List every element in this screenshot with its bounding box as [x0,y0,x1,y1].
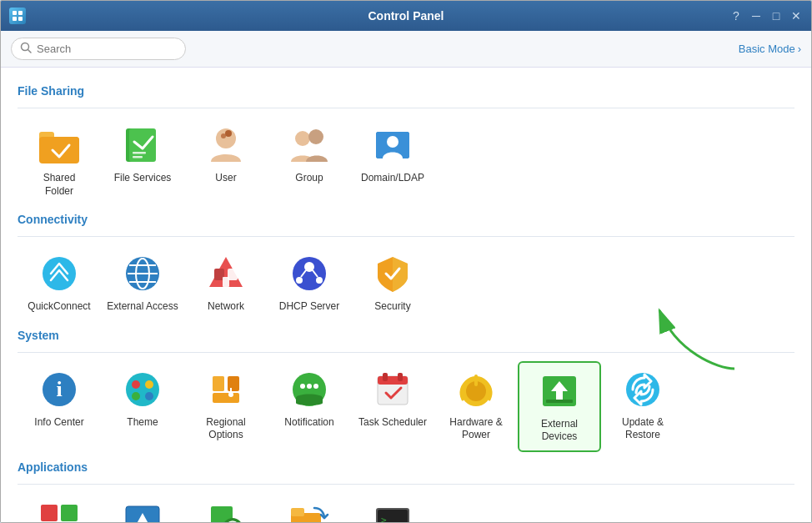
quickconnect-label: QuickConnect [28,300,90,314]
icon-regional-options[interactable]: RegionalOptions [184,361,268,452]
svg-rect-9 [39,137,79,162]
theme-label: Theme [127,416,158,430]
icon-group[interactable]: Group [268,117,351,204]
svg-rect-47 [228,376,239,391]
search-box[interactable] [11,38,186,60]
svg-point-40 [126,373,159,406]
svg-rect-12 [133,152,146,154]
file-sharing-grid: SharedFolder File Services [18,117,794,204]
app-icon [9,8,26,24]
icon-notification[interactable]: Notification [268,361,351,452]
control-panel-window: Control Panel ? ─ □ ✕ Basic Mode › F [0,0,812,523]
svg-point-22 [43,257,76,290]
icon-domain-ldap[interactable]: Domain/LDAP [351,117,434,204]
domain-ldap-label: Domain/LDAP [361,172,424,185]
svg-point-49 [228,392,233,397]
icon-security[interactable]: Security [351,245,434,320]
icon-application-portal[interactable]: ApplicationPortal [101,493,184,522]
svg-point-17 [295,131,310,146]
task-scheduler-icon-img [371,368,414,411]
file-services-icon-img [121,123,164,167]
titlebar: Control Panel ? ─ □ ✕ [1,1,811,31]
hardware-power-label: Hardware &Power [449,416,502,442]
svg-point-35 [316,277,323,284]
icon-shared-folder[interactable]: SharedFolder [18,117,101,204]
section-applications: Applications Privileges [18,460,794,522]
window-controls: ? ─ □ ✕ [729,9,803,23]
dhcp-server-icon-img [288,252,331,295]
icon-external-devices[interactable]: ExternalDevices [518,361,601,452]
task-scheduler-label: Task Scheduler [358,416,427,430]
icon-hardware-power[interactable]: Hardware &Power [434,361,518,452]
close-button[interactable]: ✕ [789,9,803,23]
section-connectivity: Connectivity QuickConnect [18,213,794,320]
svg-rect-13 [133,156,143,158]
basic-mode-label: Basic Mode [739,43,795,55]
search-input[interactable] [37,43,177,55]
svg-rect-1 [18,11,23,15]
shared-folder-label: SharedFolder [43,172,76,198]
icon-file-services[interactable]: File Services [101,117,184,204]
icon-theme[interactable]: Theme [101,361,184,452]
icon-quickconnect[interactable]: QuickConnect [18,245,101,320]
maximize-button[interactable]: □ [769,9,783,23]
external-devices-icon-img [538,370,581,413]
application-portal-icon-img [121,500,164,522]
network-label: Network [208,300,244,314]
file-services-label: File Services [114,172,172,185]
minimize-button[interactable]: ─ [749,9,763,23]
svg-rect-56 [378,376,408,385]
svg-point-54 [313,384,318,389]
svg-point-43 [132,392,140,400]
section-header-applications: Applications [18,460,794,477]
section-header-system: System [18,329,794,345]
svg-rect-0 [13,11,17,15]
svg-rect-31 [223,277,229,287]
svg-point-16 [225,130,232,137]
security-label: Security [374,300,410,314]
svg-rect-68 [61,505,78,521]
terminal-snmp-icon-img: >_ [371,500,414,522]
svg-rect-2 [13,17,17,21]
icon-info-center[interactable]: i Info Center [18,361,101,452]
applications-grid: Privileges ApplicationPortal [18,493,794,522]
section-header-file-sharing: File Sharing [18,84,794,101]
icon-update-restore[interactable]: Update &Restore [601,361,684,452]
svg-rect-57 [383,373,388,381]
svg-rect-63 [546,400,573,403]
icon-external-access[interactable]: External Access [101,245,184,320]
connectivity-grid: QuickConnect External Access [18,245,794,320]
external-access-icon-img [121,252,164,295]
svg-point-42 [145,380,153,389]
external-access-label: External Access [107,300,178,314]
dhcp-server-label: DHCP Server [279,300,339,314]
security-icon-img [371,252,414,295]
icon-indexing-service[interactable]: ? IndexingService [184,493,268,522]
section-header-connectivity: Connectivity [18,213,794,229]
info-center-label: Info Center [34,416,83,430]
svg-line-5 [28,50,32,53]
svg-point-41 [132,380,140,389]
notification-icon-img [288,368,331,411]
icon-shared-folder-sync[interactable]: Shared FolderSync [268,493,351,522]
group-icon-img [288,123,331,167]
basic-mode-arrow: › [798,43,801,55]
quickconnect-icon-img [38,252,81,295]
icon-task-scheduler[interactable]: Task Scheduler [351,361,434,452]
info-center-icon-img: i [38,368,81,411]
svg-point-34 [296,277,303,284]
icon-dhcp-server[interactable]: DHCP Server [268,245,351,320]
svg-point-44 [145,392,153,400]
svg-rect-3 [18,17,23,21]
icon-network[interactable]: Network [184,245,268,320]
group-label: Group [295,172,323,185]
icon-user[interactable]: User [184,117,268,204]
help-button[interactable]: ? [729,9,743,23]
icon-privileges[interactable]: Privileges [18,493,101,522]
update-restore-label: Update &Restore [622,416,664,442]
external-devices-label: ExternalDevices [541,418,578,444]
icon-terminal-snmp[interactable]: >_ Terminal &SNMP [351,493,434,522]
svg-point-21 [387,136,398,148]
update-restore-icon-img [621,368,664,411]
basic-mode-link[interactable]: Basic Mode › [739,43,801,55]
